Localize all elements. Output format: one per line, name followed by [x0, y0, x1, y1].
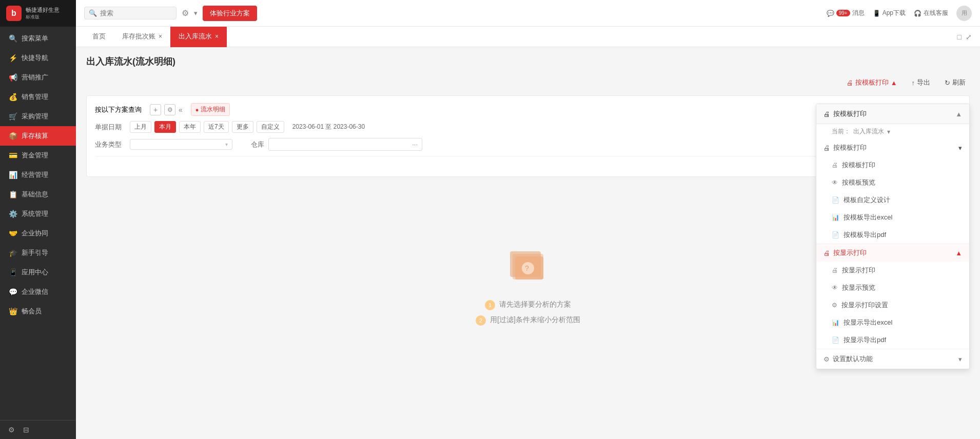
sidebar-item-guide[interactable]: 🎓 新手引导 [0, 243, 76, 263]
sidebar-label-purchase: 采购管理 [22, 112, 68, 121]
filter-add-btn[interactable]: + [150, 104, 161, 115]
dropdown-header-arrow[interactable]: ▲ [955, 110, 962, 118]
tab-minimize-btn[interactable]: □ [957, 33, 962, 41]
svg-text:?: ? [525, 264, 529, 272]
sidebar-item-basic[interactable]: 📋 基础信息 [0, 185, 76, 204]
refresh-btn[interactable]: ↻ 刷新 [940, 76, 970, 89]
arrow-up-icon: ▲ [891, 79, 897, 87]
sidebar-icon-shortcut: ⚡ [8, 54, 17, 62]
display-print-header[interactable]: 🖨 按显示打印 ▲ [816, 244, 969, 262]
sidebar-label-basic: 基础信息 [22, 190, 68, 199]
topbar-dropdown-icon[interactable]: ▾ [194, 9, 198, 17]
sidebar-label-guide: 新手引导 [22, 248, 68, 257]
topbar-icons: 💬 99+ 消息 📱 App下载 🎧 在线客服 用 [827, 6, 972, 21]
sidebar-item-wechat[interactable]: 💬 企业微信 [0, 282, 76, 302]
sidebar-label-enterprise: 企业协同 [22, 229, 68, 238]
topbar-gear-icon[interactable]: ⚙ [182, 8, 189, 18]
export-btn[interactable]: ↑ 导出 [908, 76, 935, 89]
trial-button[interactable]: 体验行业方案 [203, 6, 257, 21]
print-template-btn[interactable]: 🖨 按模板打印 ▲ [842, 76, 901, 89]
dropdown-header: 🖨 按模板打印 ▲ [816, 104, 969, 124]
sidebar-item-finance[interactable]: 💳 资金管理 [0, 146, 76, 165]
dropdown-item-display_export_excel[interactable]: 📊 按显示导出excel [816, 314, 969, 331]
filter-settings-btn[interactable]: ⚙ [164, 104, 175, 115]
tab-expand-btn[interactable]: ⤢ [966, 33, 972, 41]
sidebar-item-sales[interactable]: 💰 销售管理 [0, 87, 76, 107]
sidebar-label-operation: 经营管理 [22, 170, 68, 179]
search-icon: 🔍 [89, 9, 97, 17]
app-download-btn[interactable]: 📱 App下载 [873, 9, 906, 17]
sidebar-item-member[interactable]: 👑 畅会员 [0, 302, 76, 321]
dropdown-item-template_export_pdf[interactable]: 📄 按模板导出pdf [816, 226, 969, 244]
display-print-section: 🖨 按显示打印 ▲ 🖨 按显示打印 👁 按显示预览 ⚙ 按显示打印设置 📊 按显… [816, 244, 969, 349]
date-btn-更多[interactable]: 更多 [232, 121, 253, 133]
set-default-btn[interactable]: ⚙ 设置默认功能 ▾ [816, 349, 969, 369]
version-label: 标准版 [26, 14, 60, 21]
di-icon-display_print_item: 🖨 [832, 267, 838, 274]
warehouse-input[interactable]: ··· [268, 138, 422, 151]
sidebar-icon-marketing: 📢 [8, 73, 17, 82]
sidebar-item-appstore[interactable]: 📱 应用中心 [0, 263, 76, 282]
template-print-header[interactable]: 🖨 按模板打印 ▾ [816, 139, 969, 156]
date-btn-本月[interactable]: 本月 [154, 121, 176, 133]
template-print-section: 🖨 按模板打印 ▾ 🖨 按模板打印 👁 按模板预览 📄 模板自定义设计 📊 按模… [816, 139, 969, 244]
sidebar-toggle-icon[interactable]: ⊟ [23, 426, 29, 434]
date-range: 2023-06-01 至 2023-06-30 [292, 123, 365, 131]
sidebar-item-purchase[interactable]: 🛒 采购管理 [0, 107, 76, 126]
user-avatar[interactable]: 用 [956, 6, 972, 21]
sidebar-settings-icon[interactable]: ⚙ [8, 426, 15, 434]
app-download-label: App下载 [883, 9, 906, 17]
sidebar-label-finance: 资金管理 [22, 151, 68, 160]
di-icon-template_custom: 📄 [832, 196, 839, 204]
dropdown-item-display_print_settings[interactable]: ⚙ 按显示打印设置 [816, 296, 969, 314]
sidebar-icon-appstore: 📱 [8, 268, 17, 276]
dropdown-item-display_preview[interactable]: 👁 按显示预览 [816, 279, 969, 296]
date-btn-上月[interactable]: 上月 [130, 121, 151, 133]
search-input[interactable] [100, 9, 172, 17]
date-label: 单据日期 [95, 123, 122, 132]
empty-step-1: 1 请先选择要分析的方案 [485, 300, 571, 310]
tab-flow[interactable]: 出入库流水 × [170, 27, 227, 47]
tab-batch[interactable]: 库存批次账 × [114, 27, 170, 47]
sidebar-label-system: 系统管理 [22, 209, 68, 218]
dropdown-item-template_print_item[interactable]: 🖨 按模板打印 [816, 156, 969, 174]
warehouse-label: 仓库 [251, 140, 264, 149]
dropdown-header-label: 按模板打印 [833, 109, 867, 118]
sidebar-item-enterprise[interactable]: 🤝 企业协同 [0, 224, 76, 243]
sidebar-item-shortcut[interactable]: ⚡ 快捷导航 [0, 48, 76, 68]
sidebar-item-search[interactable]: 🔍 搜索菜单 [0, 29, 76, 48]
tab-home[interactable]: 首页 [84, 27, 114, 47]
warehouse-more[interactable]: ··· [412, 141, 418, 148]
date-btn-本年[interactable]: 本年 [179, 121, 201, 133]
date-btn-自定义[interactable]: 自定义 [257, 121, 284, 133]
dropdown-item-template_custom[interactable]: 📄 模板自定义设计 [816, 191, 969, 209]
dropdown-item-display_export_pdf[interactable]: 📄 按显示导出pdf [816, 331, 969, 349]
sidebar-footer: ⚙ ⊟ [0, 420, 76, 439]
tab-flow-close[interactable]: × [215, 33, 219, 40]
di-label-display_export_pdf: 按显示导出pdf [844, 335, 886, 345]
di-icon-template_export_excel: 📊 [832, 214, 839, 221]
sidebar-item-operation[interactable]: 📊 经营管理 [0, 165, 76, 185]
dropdown-item-template_export_excel[interactable]: 📊 按模板导出excel [816, 209, 969, 226]
date-filter: 上月本月本年近7天更多自定义 [130, 121, 284, 133]
display-section-arrow: ▲ [955, 249, 962, 257]
di-label-display_print_settings: 按显示打印设置 [841, 301, 888, 310]
sidebar-item-marketing[interactable]: 📢 营销推广 [0, 68, 76, 87]
business-type-select[interactable]: ▾ [130, 139, 232, 150]
message-btn[interactable]: 💬 99+ 消息 [827, 9, 865, 17]
dropdown-item-display_print_item[interactable]: 🖨 按显示打印 [816, 262, 969, 279]
sidebar-item-system[interactable]: ⚙️ 系统管理 [0, 204, 76, 224]
filter-collapse-icon[interactable]: « [179, 106, 183, 114]
topbar-search-box[interactable]: 🔍 [84, 7, 177, 19]
date-btn-近7天[interactable]: 近7天 [204, 121, 229, 133]
dropdown-item-template_preview[interactable]: 👁 按模板预览 [816, 174, 969, 191]
message-badge: 99+ [836, 10, 850, 16]
dropdown-current-label: 当前： 出入库流水 ▾ [816, 124, 969, 139]
sidebar-item-inventory[interactable]: 📦 库存核算 [0, 126, 76, 146]
tab-batch-close[interactable]: × [159, 33, 162, 40]
online-service-icon: 🎧 [914, 10, 922, 17]
filter-actions: + ⚙ « [150, 104, 183, 115]
current-arrow[interactable]: ▾ [887, 128, 890, 135]
set-default-label: 设置默认功能 [833, 354, 873, 364]
online-service-btn[interactable]: 🎧 在线客服 [914, 9, 948, 17]
